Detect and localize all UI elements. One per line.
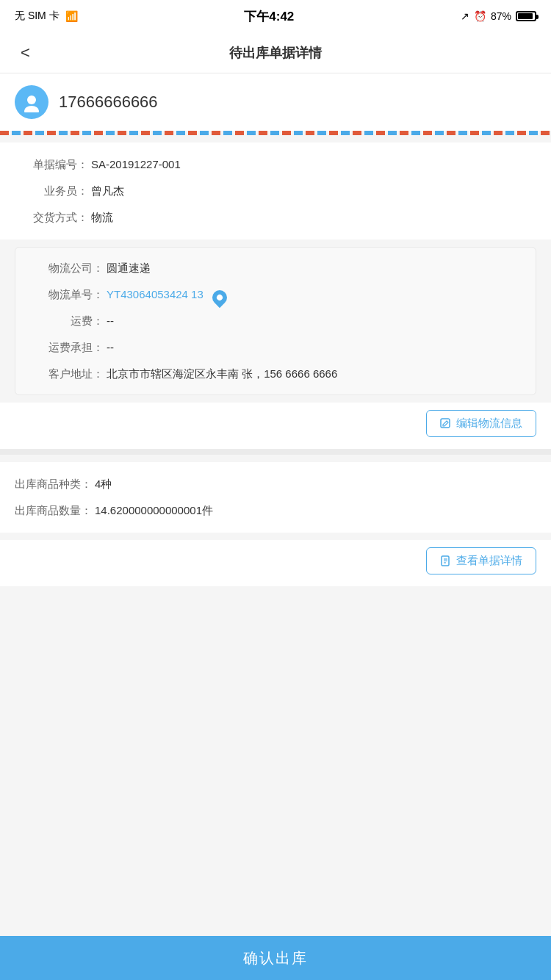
order-number-row: 单据编号： SA-20191227-001 xyxy=(15,156,536,173)
customer-header: 17666666666 xyxy=(0,73,551,131)
logistics-section: 物流公司： 圆通速递 物流单号： YT43064053424 13 运费： --… xyxy=(15,247,536,395)
battery-icon xyxy=(516,11,536,21)
back-button[interactable]: < xyxy=(15,37,36,68)
logistics-number-label: 物流单号： xyxy=(30,286,104,303)
avatar xyxy=(15,85,48,119)
edit-logistics-row: 编辑物流信息 xyxy=(0,403,551,449)
freight-label: 运费： xyxy=(30,312,104,330)
logistics-number-value: YT43064053424 13 xyxy=(107,286,521,303)
person-icon xyxy=(21,92,42,112)
view-details-button[interactable]: 查看单据详情 xyxy=(426,547,536,574)
alarm-icon: ⏰ xyxy=(474,10,486,22)
svg-point-0 xyxy=(27,96,36,104)
freight-bearer-value: -- xyxy=(107,339,521,356)
page-title: 待出库单据详情 xyxy=(229,44,322,62)
freight-bearer-label: 运费承担： xyxy=(30,339,104,356)
product-qty-label: 出库商品数量： xyxy=(15,502,92,519)
outbound-info-section: 出库商品种类： 4种 出库商品数量： 14.620000000000001件 xyxy=(0,462,551,533)
product-qty-value: 14.620000000000001件 xyxy=(95,502,536,519)
customer-address-label: 客户地址： xyxy=(30,365,104,383)
delivery-method-value: 物流 xyxy=(91,209,536,226)
nav-bar: < 待出库单据详情 xyxy=(0,32,551,73)
document-icon xyxy=(440,555,452,567)
logistics-number-row: 物流单号： YT43064053424 13 xyxy=(30,286,521,303)
product-types-value: 4种 xyxy=(95,475,536,493)
product-types-row: 出库商品种类： 4种 xyxy=(15,475,536,493)
status-left: 无 SIM 卡 📶 xyxy=(15,10,78,23)
agent-label: 业务员： xyxy=(15,182,88,200)
logistics-company-label: 物流公司： xyxy=(30,259,104,277)
freight-value: -- xyxy=(107,312,521,330)
wifi-icon: 📶 xyxy=(65,10,78,22)
delivery-method-label: 交货方式： xyxy=(15,209,88,226)
svg-point-1 xyxy=(24,106,39,112)
status-time: 下午4:42 xyxy=(244,8,294,25)
status-bar: 无 SIM 卡 📶 下午4:42 ↗ ⏰ 87% xyxy=(0,0,551,32)
order-number-label: 单据编号： xyxy=(15,156,88,173)
delivery-method-row: 交货方式： 物流 xyxy=(15,209,536,226)
logistics-company-row: 物流公司： 圆通速递 xyxy=(30,259,521,277)
status-right: ↗ ⏰ 87% xyxy=(461,10,536,22)
agent-value: 曾凡杰 xyxy=(91,182,536,200)
view-details-row: 查看单据详情 xyxy=(0,540,551,586)
edit-icon xyxy=(440,418,452,430)
order-number-value: SA-20191227-001 xyxy=(91,156,536,173)
location-status-icon: ↗ xyxy=(461,10,469,22)
svg-rect-2 xyxy=(441,419,450,428)
freight-bearer-row: 运费承担： -- xyxy=(30,339,521,356)
location-pin-icon[interactable] xyxy=(209,287,230,308)
sim-status: 无 SIM 卡 xyxy=(15,10,60,23)
logistics-company-value: 圆通速递 xyxy=(107,259,521,277)
customer-address-row: 客户地址： 北京市市辖区海淀区永丰南 张，156 6666 6666 xyxy=(30,365,521,383)
product-qty-row: 出库商品数量： 14.620000000000001件 xyxy=(15,502,536,519)
agent-row: 业务员： 曾凡杰 xyxy=(15,182,536,200)
customer-address-value: 北京市市辖区海淀区永丰南 张，156 6666 6666 xyxy=(107,365,521,383)
freight-row: 运费： -- xyxy=(30,312,521,330)
edit-logistics-button[interactable]: 编辑物流信息 xyxy=(426,410,536,437)
dashed-divider xyxy=(0,131,551,135)
product-types-label: 出库商品种类： xyxy=(15,475,92,493)
battery-percent: 87% xyxy=(491,10,511,22)
customer-phone: 17666666666 xyxy=(59,93,158,112)
basic-info-section: 单据编号： SA-20191227-001 业务员： 曾凡杰 交货方式： 物流 xyxy=(0,143,551,239)
section-separator xyxy=(0,449,551,455)
confirm-outbound-button[interactable]: 确认出库 xyxy=(0,936,551,980)
